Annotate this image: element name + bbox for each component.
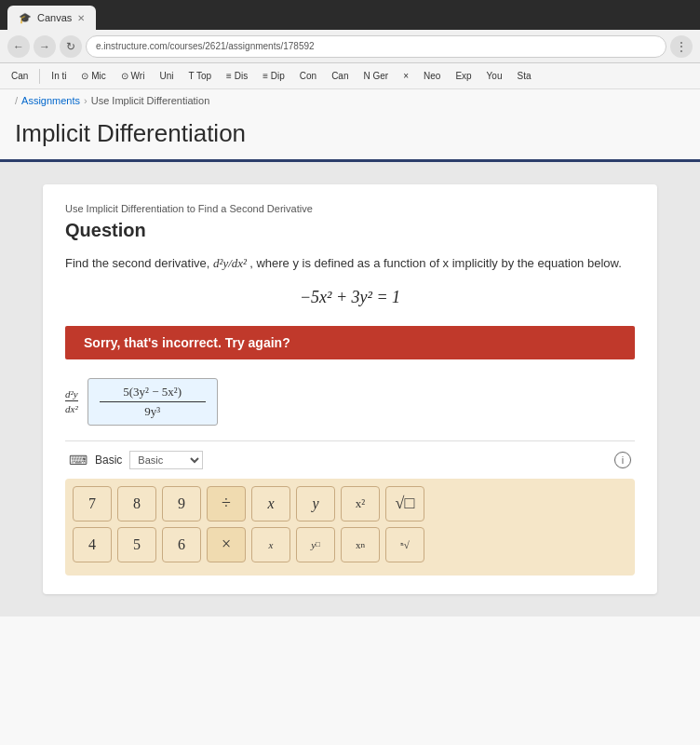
keyboard-type-dropdown[interactable]: Basic Advanced <box>129 451 203 469</box>
extensions-button[interactable]: ⋮ <box>670 35 693 58</box>
bookmark-sta[interactable]: Sta <box>513 69 534 83</box>
separator-1 <box>39 69 40 84</box>
keyboard-row-2: 4 5 6 × x y□ xn ⁿ√ <box>73 527 627 562</box>
key-7[interactable]: 7 <box>73 486 112 522</box>
bookmark-can2[interactable]: Can <box>328 69 352 83</box>
info-icon[interactable]: i <box>614 452 631 468</box>
key-5[interactable]: 5 <box>117 527 156 562</box>
tab-close-icon[interactable]: ✕ <box>77 13 85 23</box>
breadcrumb-sep-1: › <box>84 95 88 106</box>
bookmark-wri[interactable]: ⊙ Wri <box>117 69 149 83</box>
address-bar[interactable]: e.instructure.com/courses/2621/assignmen… <box>86 35 666 58</box>
key-9[interactable]: 9 <box>162 486 201 522</box>
math-keyboard: 7 8 9 ÷ x y x² √□ 4 5 6 × x <box>65 479 635 576</box>
equation-text: −5x² + 3y² = 1 <box>300 288 400 306</box>
instruction-text: Find the second derivative, <box>65 256 209 270</box>
bookmark-neo[interactable]: Neo <box>420 69 444 83</box>
content-card: Use Implicit Differentiation to Find a S… <box>43 184 657 594</box>
key-y-sub[interactable]: y□ <box>296 527 335 562</box>
bookmarks-bar: Can In ti ⊙ Mic ⊙ Wri Uni T Top ≡ Dis ≡ … <box>0 63 700 89</box>
tab-favicon: 🎓 <box>19 12 32 24</box>
error-message: Sorry, that's incorrect. Try again? <box>84 335 290 350</box>
main-content: Use Implicit Differentiation to Find a S… <box>0 162 700 616</box>
question-instruction: Find the second derivative, d²y/dx² , wh… <box>65 254 635 273</box>
key-nthroot[interactable]: ⁿ√ <box>385 527 424 562</box>
key-4[interactable]: 4 <box>73 527 112 562</box>
key-y[interactable]: y <box>296 486 335 522</box>
keyboard-selector: ⌨ Basic Basic Advanced i <box>65 451 635 469</box>
bookmark-can[interactable]: Can <box>7 69 32 83</box>
breadcrumb-assignments-link[interactable]: Assignments <box>21 95 80 106</box>
answer-numerator: 5(3y² − 5x²) <box>123 385 182 399</box>
bookmark-inti[interactable]: In ti <box>47 69 70 83</box>
back-button[interactable]: ← <box>7 35 30 58</box>
page-title-area: Implicit Differentiation <box>0 112 700 162</box>
derivative-notation-inline: d²y/dx² <box>213 256 249 270</box>
error-banner: Sorry, that's incorrect. Try again? <box>65 326 635 359</box>
keyboard-row-1: 7 8 9 ÷ x y x² √□ <box>73 486 627 522</box>
key-x-sub[interactable]: x <box>251 527 290 562</box>
forward-button[interactable]: → <box>34 35 56 58</box>
answer-area: d²y dx² 5(3y² − 5x²) 9y³ <box>65 378 635 426</box>
answer-input-box[interactable]: 5(3y² − 5x²) 9y³ <box>88 378 218 426</box>
key-x-squared[interactable]: x² <box>341 486 380 522</box>
key-sqrt[interactable]: √□ <box>385 486 424 522</box>
key-x[interactable]: x <box>251 486 290 522</box>
reload-button[interactable]: ↻ <box>60 35 82 58</box>
bookmark-exp[interactable]: Exp <box>451 69 475 83</box>
page-content: / Assignments › Use Implicit Differentia… <box>0 89 700 745</box>
bookmark-dip[interactable]: ≡ Dip <box>259 69 289 83</box>
key-divide[interactable]: ÷ <box>207 486 246 522</box>
math-equation: −5x² + 3y² = 1 <box>65 288 635 307</box>
keyboard-label: Basic <box>95 454 122 467</box>
bookmark-dis[interactable]: ≡ Dis <box>222 69 251 83</box>
key-8[interactable]: 8 <box>117 486 156 522</box>
question-section-label: Use Implicit Differentiation to Find a S… <box>65 203 635 214</box>
tab-bar: 🎓 Canvas ✕ <box>0 0 700 30</box>
url-text: e.instructure.com/courses/2621/assignmen… <box>96 41 315 51</box>
key-6[interactable]: 6 <box>162 527 201 562</box>
key-times[interactable]: × <box>207 527 246 562</box>
tab-label: Canvas <box>37 12 72 23</box>
bookmark-top[interactable]: T Top <box>184 69 215 83</box>
instruction-continuation: , where y is defined as a function of x … <box>249 256 622 270</box>
keyboard-icon: ⌨ <box>69 453 88 467</box>
key-x-n[interactable]: xn <box>341 527 380 562</box>
breadcrumb: / Assignments › Use Implicit Differentia… <box>0 89 700 112</box>
answer-math-display: 5(3y² − 5x²) 9y³ <box>100 385 206 419</box>
answer-denominator: 9y³ <box>144 404 160 418</box>
keyboard-area: ⌨ Basic Basic Advanced i 7 8 9 <box>65 440 635 576</box>
bookmark-ger[interactable]: N Ger <box>360 69 393 83</box>
breadcrumb-home-icon: / <box>15 95 18 106</box>
bookmark-x[interactable]: × <box>399 69 412 83</box>
active-tab[interactable]: 🎓 Canvas ✕ <box>7 6 96 30</box>
bookmark-mic[interactable]: ⊙ Mic <box>77 69 109 83</box>
breadcrumb-current: Use Implicit Differentiation <box>91 95 210 106</box>
bookmark-uni[interactable]: Uni <box>155 69 177 83</box>
info-symbol: i <box>622 454 624 466</box>
bookmark-you[interactable]: You <box>483 69 506 83</box>
answer-derivative-label: d²y dx² <box>65 386 78 416</box>
bookmark-con[interactable]: Con <box>296 69 320 83</box>
toolbar: ← → ↻ e.instructure.com/courses/2621/ass… <box>0 30 700 63</box>
question-title: Question <box>65 220 635 241</box>
page-title: Implicit Differentiation <box>15 119 685 148</box>
browser-chrome: 🎓 Canvas ✕ ← → ↻ e.instructure.com/cours… <box>0 0 700 89</box>
